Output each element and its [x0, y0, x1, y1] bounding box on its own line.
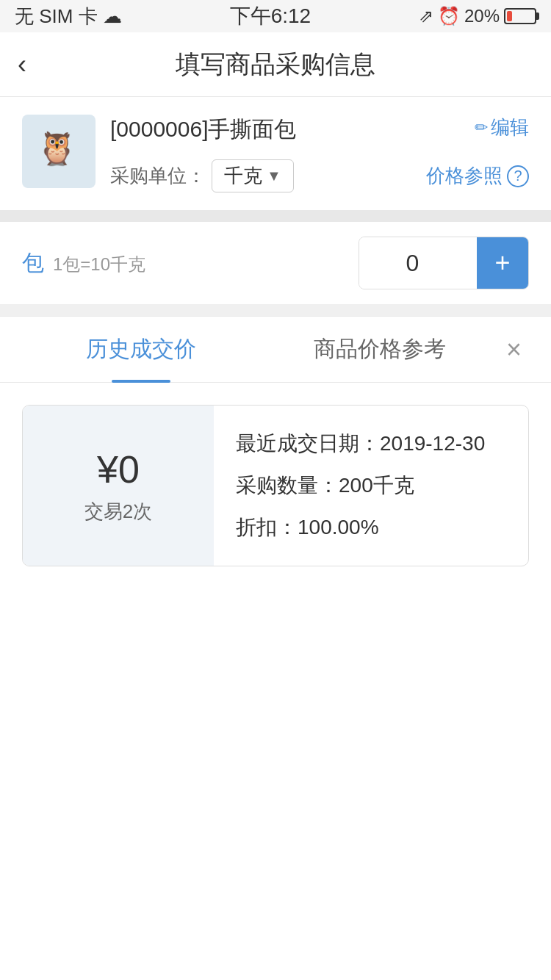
status-left: 无 SIM 卡 ☁: [15, 4, 122, 29]
battery-percent: 20%: [464, 6, 500, 26]
history-discount: 折扣：100.00%: [236, 511, 506, 544]
unit-dropdown[interactable]: 千克 ▼: [212, 159, 294, 192]
section-divider: [0, 210, 551, 222]
unit-label: 采购单位： 千克 ▼: [110, 159, 294, 192]
dropdown-arrow-icon: ▼: [267, 167, 281, 184]
status-bar: 无 SIM 卡 ☁ 下午6:12 ⇗ ⏰ 20%: [0, 0, 551, 32]
history-recent-date: 最近成交日期：2019-12-30: [236, 428, 506, 461]
tabs-header: 历史成交价 商品价格参考 ×: [0, 317, 551, 383]
content-fill: [0, 588, 551, 980]
tab-product-price[interactable]: 商品价格参考: [260, 317, 498, 383]
product-logo-icon: 🦉: [37, 130, 77, 166]
history-price-value: ¥0: [97, 447, 140, 491]
quantity-input[interactable]: [359, 237, 477, 289]
quantity-label-group: 包 1包=10千克: [22, 248, 145, 278]
battery-icon: [504, 8, 536, 24]
location-icon: ⇗: [419, 6, 433, 26]
history-content: ¥0 交易2次 最近成交日期：2019-12-30 采购数量：200千克 折扣：…: [0, 383, 551, 588]
status-right: ⇗ ⏰ 20%: [419, 6, 536, 26]
status-time: 下午6:12: [230, 2, 311, 30]
help-icon: ?: [507, 165, 529, 187]
quantity-plus-button[interactable]: +: [477, 237, 528, 289]
back-button[interactable]: ‹: [18, 49, 26, 80]
tab-history-price[interactable]: 历史成交价: [22, 317, 260, 383]
history-price-section: ¥0 交易2次: [23, 406, 214, 566]
history-purchase-qty: 采购数量：200千克: [236, 469, 506, 502]
product-card: 🦉 [0000006]手撕面包 ✏ 编辑 采购单位： 千克 ▼ 价格参照 ?: [0, 97, 551, 210]
tab-history-label: 历史成交价: [86, 334, 196, 364]
page-title: 填写商品采购信息: [176, 48, 375, 82]
tabs-section: 历史成交价 商品价格参考 × ¥0 交易2次 最近成交日期：2019-12-30…: [0, 316, 551, 588]
sim-status: 无 SIM 卡 ☁: [15, 4, 122, 29]
history-details-section: 最近成交日期：2019-12-30 采购数量：200千克 折扣：100.00%: [214, 406, 528, 566]
history-card: ¥0 交易2次 最近成交日期：2019-12-30 采购数量：200千克 折扣：…: [22, 405, 529, 566]
edit-link[interactable]: ✏ 编辑: [475, 115, 529, 140]
product-info: [0000006]手撕面包 ✏ 编辑 采购单位： 千克 ▼ 价格参照 ?: [110, 115, 529, 192]
history-trade-count: 交易2次: [84, 499, 152, 525]
quantity-conversion: 1包=10千克: [53, 253, 145, 276]
price-ref-button[interactable]: 价格参照 ?: [426, 163, 529, 189]
edit-icon: ✏: [475, 118, 488, 137]
nav-header: ‹ 填写商品采购信息: [0, 32, 551, 97]
alarm-icon: ⏰: [438, 6, 460, 26]
tab-underline: [112, 380, 170, 383]
tab-product-label: 商品价格参考: [314, 334, 446, 364]
quantity-input-group: +: [359, 237, 529, 289]
product-thumbnail: 🦉: [22, 115, 96, 188]
quantity-row: 包 1包=10千克 +: [0, 222, 551, 304]
product-name: [0000006]手撕面包: [110, 115, 296, 145]
tab-close-button[interactable]: ×: [499, 334, 529, 365]
quantity-unit-label: 包: [22, 248, 44, 278]
